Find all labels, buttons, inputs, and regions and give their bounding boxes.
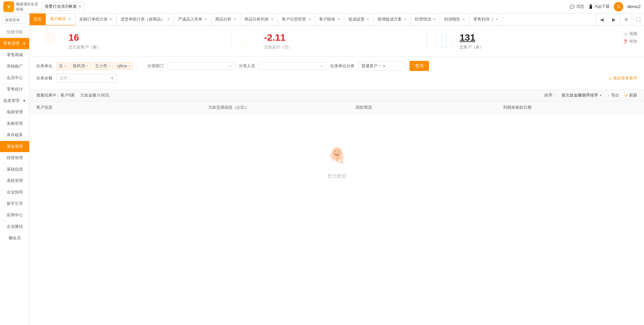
tab-customer-tier[interactable]: 客户分层经营 ✕ bbox=[278, 13, 315, 26]
tab-purchase-stats[interactable]: 采购订单统计表 ✕ bbox=[75, 13, 117, 26]
filter-row-1: 往来单位 伍 × 陈民强 × 王小亮 bbox=[36, 61, 637, 71]
logo-text: 畅捷通好生意 标版 bbox=[16, 2, 38, 11]
sidebar-item-retail[interactable]: 零售管理 ▼ bbox=[0, 38, 29, 49]
chevron-up-icon: ∧ bbox=[609, 76, 612, 81]
stat-value-customers: 16 bbox=[69, 32, 101, 43]
tab-close-icon[interactable]: ✕ bbox=[367, 17, 369, 21]
account-selector[interactable]: 母婴行业演示帐套 ▼ bbox=[42, 2, 85, 11]
tab-close-icon[interactable]: ✕ bbox=[68, 17, 71, 21]
sidebar-item-system[interactable]: 系统管理 bbox=[0, 175, 29, 187]
tab-goods-analysis-list[interactable]: 商品分析列表 ✕ bbox=[241, 13, 278, 26]
refresh-icon: ↺ bbox=[625, 93, 628, 98]
result-summary: 搜索结果中：客户0家 欠款金额 0.00元 bbox=[36, 93, 110, 98]
tag-close-icon[interactable]: × bbox=[109, 64, 111, 68]
sidebar-item-marketing[interactable]: 营销推广 bbox=[0, 61, 29, 72]
stat-icon-debt: ! bbox=[239, 31, 259, 51]
sidebar-item-wholesale[interactable]: 批发管理 ▼ bbox=[0, 95, 29, 107]
sidebar-item-operations[interactable]: 经营管理 bbox=[0, 152, 29, 164]
tab-retail-profit[interactable]: 零售利润（ ✕ bbox=[469, 13, 503, 26]
help-link[interactable]: ❓ 帮助 bbox=[623, 39, 637, 44]
person-select[interactable]: ··· bbox=[259, 62, 326, 70]
unit-tag-wu: 伍 × bbox=[56, 62, 69, 70]
tab-commission-settings[interactable]: 提成设置 ✕ bbox=[344, 13, 374, 26]
top-bar-actions: 💬 消息 📱 App下载 D demo2 bbox=[570, 2, 641, 11]
sidebar-item-basic-info[interactable]: 基础信息 bbox=[0, 164, 29, 175]
tab-home[interactable]: 首页 bbox=[30, 13, 46, 26]
chevron-down-icon: ▼ bbox=[111, 76, 114, 80]
username-label: demo2 bbox=[627, 4, 641, 9]
query-button[interactable]: 查询 bbox=[410, 61, 429, 71]
stat-actions: ▷ 视频 ❓ 帮助 bbox=[623, 31, 637, 51]
collapse-btn[interactable]: ∧ 收起更多条件 bbox=[609, 75, 637, 81]
unit-tag-wang: 王小亮 × bbox=[93, 62, 113, 70]
tab-maximize-btn[interactable]: ⛶ bbox=[632, 13, 644, 26]
app-download-btn[interactable]: 📱 App下载 bbox=[588, 4, 610, 9]
top-bar: ¥ 畅捷通好生意 标版 母婴行业演示帐套 ▼ 💬 消息 📱 App下载 D de… bbox=[0, 0, 644, 13]
sidebar-item-inventory[interactable]: 库存核算 bbox=[0, 130, 29, 141]
person-filter-label: 分管人员 bbox=[239, 63, 255, 69]
chevron-down-icon: ▼ bbox=[382, 64, 386, 68]
filter-area: 往来单位 伍 × 陈民强 × 王小亮 bbox=[30, 57, 644, 90]
tab-close-icon[interactable]: ✕ bbox=[271, 17, 273, 21]
tab-close-icon[interactable]: ✕ bbox=[204, 17, 207, 21]
tab-goods-stats[interactable]: 进货单统计表（按商品） ✕ bbox=[117, 13, 174, 26]
tag-close-icon[interactable]: × bbox=[129, 64, 131, 68]
tab-close-icon[interactable]: ✕ bbox=[233, 17, 236, 21]
tab-next-btn[interactable]: ▶ bbox=[608, 13, 620, 26]
tab-close-icon[interactable]: ✕ bbox=[110, 17, 112, 21]
stat-label-total: 总客户（家） bbox=[460, 44, 484, 50]
tag-close-icon[interactable]: × bbox=[379, 64, 381, 68]
tab-close-icon[interactable]: ✕ bbox=[496, 17, 498, 21]
search-input[interactable] bbox=[3, 16, 27, 24]
tab-goods-analysis[interactable]: 商品分析 ✕ bbox=[211, 13, 241, 26]
col-header-customer: 客户信息 bbox=[30, 101, 202, 114]
sidebar-item-enterprise[interactable]: 企业协同 bbox=[0, 187, 29, 198]
tab-operations[interactable]: 经营情况 ✕ bbox=[411, 13, 440, 26]
stat-value-total: 131 bbox=[460, 32, 484, 43]
empty-state-icon bbox=[324, 141, 350, 168]
result-bar-right: 排序： 按欠款金额倒序排序 ▼ ↑ 导出 ↺ 刷新 bbox=[544, 93, 637, 98]
stat-label-debt: 欠款合计（万） bbox=[264, 44, 292, 50]
tab-close-all-btn[interactable]: ✕ bbox=[620, 13, 632, 26]
tab-close-icon[interactable]: ✕ bbox=[404, 17, 406, 21]
sidebar-item-member[interactable]: 会员中心 bbox=[0, 72, 29, 84]
tab-add-commission[interactable]: 新增提成方案 ✕ bbox=[374, 13, 411, 26]
sidebar-item-newbie[interactable]: 新手引导 bbox=[0, 198, 29, 210]
sidebar-item-retail-mall[interactable]: 零售商城 bbox=[0, 49, 29, 61]
tab-close-icon[interactable]: ✕ bbox=[433, 17, 436, 21]
stat-block-total: 131 总客户（家） bbox=[427, 31, 623, 51]
tab-account-book[interactable]: 客户账本 ✕ bbox=[46, 13, 75, 26]
chevron-down-icon: ▼ bbox=[23, 99, 26, 103]
tab-close-icon[interactable]: ✕ bbox=[462, 17, 465, 21]
chevron-down-icon: ▼ bbox=[78, 5, 82, 8]
tab-customer-contact[interactable]: 客户联络 ✕ bbox=[315, 13, 344, 26]
tab-profit-report[interactable]: 利润报告 ✕ bbox=[440, 13, 469, 26]
category-select[interactable]: 普通客户 × ▼ bbox=[358, 62, 405, 71]
sidebar-item-appstore[interactable]: 应用中心 bbox=[0, 210, 29, 221]
filter-more-btn[interactable]: ... bbox=[135, 64, 138, 68]
tab-close-icon[interactable]: ✕ bbox=[167, 17, 170, 21]
sidebar-item-wechat[interactable]: 企业微信 bbox=[0, 221, 29, 232]
sort-dropdown[interactable]: 按欠款金额倒序排序 ▼ bbox=[562, 93, 602, 98]
tab-products-in[interactable]: 产成品入库单 ✕ bbox=[174, 13, 211, 26]
tag-close-icon[interactable]: × bbox=[64, 64, 66, 68]
remain-select[interactable]: 选择... ▼ bbox=[56, 74, 117, 83]
tab-close-icon[interactable]: ✕ bbox=[308, 17, 311, 21]
sidebar-item-quick-nav[interactable]: 快捷导航 bbox=[0, 27, 29, 38]
filter-row-2: 往来余额 选择... ▼ ∧ 收起更多条件 bbox=[36, 74, 637, 83]
sidebar-item-retail-stats[interactable]: 零售统计 bbox=[0, 84, 29, 95]
tab-close-icon[interactable]: ✕ bbox=[337, 17, 340, 21]
dept-select[interactable]: ··· bbox=[168, 62, 235, 70]
sidebar-item-purchase[interactable]: 采购管理 bbox=[0, 118, 29, 130]
tag-close-icon[interactable]: × bbox=[86, 64, 88, 68]
export-btn[interactable]: ↑ 导出 bbox=[608, 93, 619, 98]
avatar[interactable]: D bbox=[614, 2, 623, 11]
refresh-btn[interactable]: ↺ 刷新 bbox=[625, 93, 637, 98]
video-link[interactable]: ▷ 视频 bbox=[625, 31, 637, 37]
sidebar-item-ecommerce[interactable]: 电商管理 bbox=[0, 107, 29, 118]
unit-tag-cj: cjttcw × bbox=[115, 63, 133, 69]
message-btn[interactable]: 💬 消息 bbox=[570, 4, 584, 9]
tab-prev-btn[interactable]: ◀ bbox=[596, 13, 608, 26]
sidebar-item-finance[interactable]: 资金管理 bbox=[0, 141, 29, 152]
sidebar-item-member2[interactable]: 畅会员 bbox=[0, 232, 29, 244]
